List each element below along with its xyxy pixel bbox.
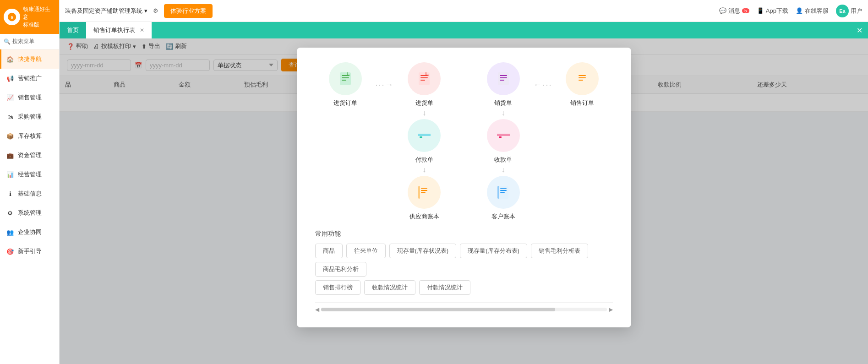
topbar: 装备及固定资产辅助管理系统 ▾ ⚙ 体验行业方案 💬 消息 5 📱 App下载 … xyxy=(60,0,868,22)
dialog-body: 进货订单 ···→ 进货单 xyxy=(297,48,631,327)
svg-rect-13 xyxy=(500,80,504,81)
dialog-scrollbar: ◀ ▶ xyxy=(315,302,613,316)
svg-rect-23 xyxy=(499,136,502,138)
avatar: Ea xyxy=(836,5,849,17)
settings-icon[interactable]: ⚙ xyxy=(151,5,160,16)
info-icon: ℹ xyxy=(6,190,14,198)
box-icon: 📦 xyxy=(6,132,14,140)
system-title: 装备及固定资产辅助管理系统 xyxy=(65,7,142,15)
flow-node-payment[interactable]: 付款单 xyxy=(394,119,455,164)
search-icon: 🔍 xyxy=(4,38,11,45)
sidebar-item-enterprise[interactable]: 👥 企业协同 xyxy=(0,223,59,242)
message-button[interactable]: 💬 消息 5 xyxy=(719,7,749,15)
arrow-down-receipt: ↓ xyxy=(473,164,534,176)
sidebar-item-purchase[interactable]: 🛍 采购管理 xyxy=(0,107,59,126)
func-btn-product[interactable]: 商品 xyxy=(315,244,343,258)
dialog-overlay: 进货订单 ···→ 进货单 xyxy=(60,38,868,364)
svg-rect-11 xyxy=(500,75,507,76)
scroll-left-icon[interactable]: ◀ xyxy=(315,306,319,313)
svg-rect-10 xyxy=(498,72,509,85)
wallet-icon: 💼 xyxy=(6,151,14,159)
svg-rect-6 xyxy=(419,72,430,85)
svg-rect-30 xyxy=(500,188,507,189)
scroll-thumb xyxy=(321,308,556,311)
customer-ledger-icon xyxy=(487,176,520,209)
svg-rect-15 xyxy=(579,75,586,76)
sales-bill-icon xyxy=(487,62,520,95)
trial-button[interactable]: 体验行业方案 xyxy=(164,4,213,18)
sidebar-item-newbie[interactable]: 🎯 新手引导 xyxy=(0,242,59,261)
sidebar-nav: 🏠 快捷导航 📢 营销推广 📈 销售管理 🛍 采购管理 📦 库存核算 💼 xyxy=(0,49,59,364)
logo-text: 畅康通好生意 标准版 xyxy=(23,5,55,28)
svg-rect-9 xyxy=(420,80,425,81)
home-icon: 🏠 xyxy=(6,55,14,63)
flow-node-customer-ledger[interactable]: 客户账本 xyxy=(473,176,534,221)
tab-home[interactable]: 首页 xyxy=(60,22,86,38)
guide-icon: 🎯 xyxy=(6,247,14,255)
sidebar: 6 畅康通好生意 标准版 🔍 搜索菜单 🏠 快捷导航 📢 营销推广 📈 xyxy=(0,0,60,364)
svg-rect-26 xyxy=(421,190,427,191)
func-btn-stock-dist[interactable]: 现存量(库存分布表) xyxy=(460,244,527,258)
func-btn-counterpart[interactable]: 往来单位 xyxy=(346,244,386,258)
sidebar-item-system[interactable]: ⚙ 系统管理 xyxy=(0,203,59,223)
arrow-sales-order-to-bill: ←··· xyxy=(534,80,552,90)
tabbar: 首页 销售订单执行表 ✕ ✕ xyxy=(60,22,868,38)
sidebar-item-sales[interactable]: 📈 销售管理 xyxy=(0,88,59,107)
flow-node-receipt[interactable]: 收款单 xyxy=(473,119,534,164)
svg-rect-5 xyxy=(342,80,346,81)
svg-rect-22 xyxy=(497,134,510,136)
svg-rect-19 xyxy=(418,134,431,136)
svg-rect-14 xyxy=(577,72,588,85)
func-buttons-row2: 销售排行榜 收款情况统计 付款情况统计 xyxy=(315,280,613,295)
func-btn-product-profit[interactable]: 商品毛利分析 xyxy=(315,262,366,277)
sidebar-logo: 6 畅康通好生意 标准版 xyxy=(0,0,59,34)
chart-icon: 📈 xyxy=(6,93,14,102)
sidebar-item-inventory[interactable]: 📦 库存核算 xyxy=(0,126,59,146)
flow-node-sales-order[interactable]: 销售订单 xyxy=(552,62,613,107)
quick-nav-dialog: 进货订单 ···→ 进货单 xyxy=(297,48,631,327)
bag-icon: 🛍 xyxy=(6,113,14,121)
app-download-button[interactable]: 📱 App下载 xyxy=(757,7,788,15)
flow-node-sales-bill[interactable]: 销货单 xyxy=(473,62,534,107)
svg-rect-4 xyxy=(342,77,349,78)
tab-sales-order-exec[interactable]: 销售订单执行表 ✕ xyxy=(86,22,152,38)
func-btn-receipt-stats[interactable]: 收款情况统计 xyxy=(364,280,415,295)
briefcase-icon: 📊 xyxy=(6,170,14,179)
message-badge: 5 xyxy=(742,8,749,13)
scroll-right-icon[interactable]: ▶ xyxy=(609,306,613,313)
sidebar-item-basic-info[interactable]: ℹ 基础信息 xyxy=(0,184,59,203)
gear-icon: ⚙ xyxy=(6,209,14,217)
scroll-track[interactable] xyxy=(321,308,607,311)
sidebar-item-operations[interactable]: 📊 经营管理 xyxy=(0,165,59,184)
megaphone-icon: 📢 xyxy=(6,74,14,82)
user-menu[interactable]: Ea 用户 xyxy=(836,5,863,17)
main-content: 装备及固定资产辅助管理系统 ▾ ⚙ 体验行业方案 💬 消息 5 📱 App下载 … xyxy=(60,0,868,364)
sidebar-item-finance[interactable]: 💼 资金管理 xyxy=(0,146,59,165)
arrow-down-purchase: ↓ xyxy=(394,107,455,119)
online-service-button[interactable]: 👤 在线客服 xyxy=(796,7,829,15)
svg-rect-32 xyxy=(500,192,505,193)
arrow-purchase-to-bill: ···→ xyxy=(376,80,394,90)
func-btn-sales-rank[interactable]: 销售排行榜 xyxy=(315,280,360,295)
close-all-tabs-button[interactable]: ✕ xyxy=(851,22,868,38)
payment-icon xyxy=(408,119,441,152)
purchase-order-icon xyxy=(329,62,362,95)
sidebar-item-marketing[interactable]: 📢 营销推广 xyxy=(0,69,59,88)
func-btn-payment-stats[interactable]: 付款情况统计 xyxy=(419,280,470,295)
func-btn-stock-status[interactable]: 现存量(库存状况表) xyxy=(389,244,457,258)
func-btn-sales-profit[interactable]: 销售毛利分析表 xyxy=(531,244,588,258)
common-functions: 常用功能 商品 往来单位 现存量(库存状况表) 现存量(库存分布表) 销售毛利分… xyxy=(315,230,613,295)
system-title-dropdown[interactable]: 装备及固定资产辅助管理系统 ▾ xyxy=(65,7,147,15)
svg-rect-8 xyxy=(420,77,428,78)
flow-node-purchase-bill[interactable]: 进货单 xyxy=(394,62,455,107)
download-icon: 📱 xyxy=(757,7,764,14)
arrow-down-payment: ↓ xyxy=(394,164,455,176)
tab-close-icon[interactable]: ✕ xyxy=(140,27,144,33)
search-menu[interactable]: 🔍 搜索菜单 xyxy=(0,34,59,49)
purchase-bill-icon xyxy=(408,62,441,95)
sidebar-item-quick-nav[interactable]: 🏠 快捷导航 xyxy=(0,49,59,69)
svg-rect-20 xyxy=(420,136,422,138)
flow-node-supplier-ledger[interactable]: 供应商账本 xyxy=(394,176,455,221)
flow-node-purchase-order[interactable]: 进货订单 xyxy=(315,62,376,107)
svg-rect-28 xyxy=(418,186,420,199)
